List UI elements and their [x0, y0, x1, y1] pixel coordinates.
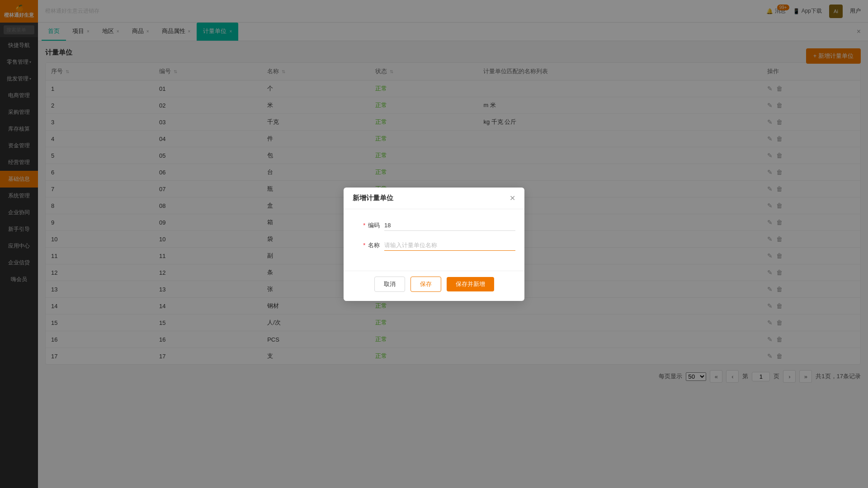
- form-code-label: * 编码: [353, 221, 380, 230]
- modal-close-button[interactable]: ✕: [509, 194, 515, 202]
- modal-title: 新增计量单位: [353, 194, 393, 202]
- save-and-add-button[interactable]: 保存并新增: [447, 277, 494, 291]
- required-mark: *: [363, 222, 365, 229]
- modal-overlay[interactable]: 新增计量单位 ✕ * 编码 * 名称 取消 保存 保存并新增: [0, 0, 868, 488]
- form-item-code: * 编码: [353, 220, 515, 231]
- required-mark: *: [363, 242, 365, 249]
- form-name-label: * 名称: [353, 241, 380, 249]
- cancel-button[interactable]: 取消: [374, 277, 405, 292]
- form-name-input[interactable]: [384, 240, 515, 251]
- modal-footer: 取消 保存 保存并新增: [344, 271, 524, 301]
- add-measure-unit-modal: 新增计量单位 ✕ * 编码 * 名称 取消 保存 保存并新增: [344, 188, 524, 301]
- form-code-input[interactable]: [384, 220, 515, 231]
- modal-header: 新增计量单位 ✕: [344, 188, 524, 209]
- modal-body: * 编码 * 名称: [344, 209, 524, 271]
- save-button[interactable]: 保存: [410, 277, 441, 292]
- form-item-name: * 名称: [353, 240, 515, 251]
